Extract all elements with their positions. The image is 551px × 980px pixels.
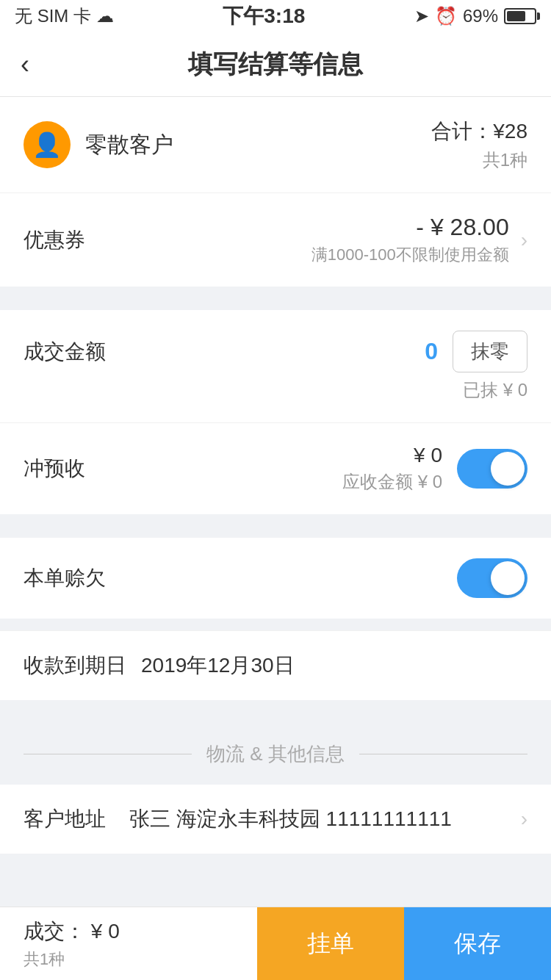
due-date-row: 收款到期日 2019年12月30日 — [0, 630, 551, 700]
debt-section: 本单赊欠 — [0, 538, 551, 619]
divider-2 — [0, 526, 551, 538]
customer-left: 👤 零散客户 — [24, 121, 173, 168]
address-chevron-icon: › — [521, 807, 527, 831]
customer-name: 零散客户 — [85, 130, 173, 160]
logistics-line-right — [359, 754, 527, 754]
due-date-content: 收款到期日 2019年12月30日 — [24, 652, 527, 680]
address-section[interactable]: 客户地址 张三 海淀永丰科技园 11111111111 › — [0, 785, 551, 854]
logistics-header: 物流 & 其他信息 — [0, 724, 551, 785]
customer-section: 👤 零散客户 合计：¥28 共1种 优惠券 - ¥ 28.00 满1000-10… — [0, 97, 551, 287]
coupon-right: - ¥ 28.00 满1000-100不限制使用金额 › — [311, 214, 527, 266]
coupon-label: 优惠券 — [24, 226, 85, 254]
status-right: ➤ ⏰ 69% — [414, 6, 536, 26]
transaction-row: 成交金额 0 抹零 已抹 ¥ 0 — [0, 310, 551, 422]
page-title: 填写结算等信息 — [188, 48, 363, 82]
prepay-amount: ¥ 0 — [342, 444, 442, 467]
toggle-knob — [491, 452, 525, 486]
bottom-summary-main: 成交： ¥ 0 — [24, 918, 257, 945]
hold-button[interactable]: 挂单 — [257, 907, 404, 980]
content: 👤 零散客户 合计：¥28 共1种 优惠券 - ¥ 28.00 满1000-10… — [0, 97, 551, 942]
transaction-sub: 已抹 ¥ 0 — [24, 378, 527, 402]
customer-right: 合计：¥28 共1种 — [431, 118, 527, 172]
transaction-main-row: 成交金额 0 抹零 — [24, 331, 527, 372]
save-button[interactable]: 保存 — [404, 907, 551, 980]
total-amount: 合计：¥28 — [431, 118, 527, 145]
prepay-right: ¥ 0 应收金额 ¥ 0 — [342, 444, 527, 494]
transaction-right: 0 抹零 — [425, 331, 527, 372]
coupon-value-block: - ¥ 28.00 满1000-100不限制使用金额 — [311, 214, 509, 266]
transaction-value: 0 — [425, 338, 438, 365]
avatar-icon: 👤 — [32, 131, 62, 159]
back-button[interactable]: ‹ — [21, 49, 29, 80]
avatar: 👤 — [24, 121, 71, 168]
due-date-value: 2019年12月30日 — [141, 652, 295, 680]
battery-text: 69% — [463, 6, 498, 26]
bottom-summary-sub: 共1种 — [24, 948, 257, 970]
address-label: 客户地址 — [24, 805, 106, 833]
address-value: 张三 海淀永丰科技园 11111111111 — [129, 805, 521, 833]
prepay-value-block: ¥ 0 应收金额 ¥ 0 — [342, 444, 442, 494]
alarm-icon: ⏰ — [435, 6, 457, 26]
round-button[interactable]: 抹零 — [453, 331, 527, 372]
logistics-line-left — [24, 754, 192, 754]
hold-button-label: 挂单 — [307, 928, 354, 960]
location-icon: ➤ — [414, 6, 429, 26]
status-time: 下午3:18 — [223, 2, 305, 30]
bottom-bar: 成交： ¥ 0 共1种 挂单 保存 — [0, 907, 551, 980]
status-bar: 无 SIM 卡 ☁ 下午3:18 ➤ ⏰ 69% — [0, 0, 551, 32]
prepay-sub: 应收金额 ¥ 0 — [342, 470, 442, 494]
prepay-label: 冲预收 — [24, 455, 85, 483]
total-count: 共1种 — [431, 148, 527, 172]
transaction-section: 成交金额 0 抹零 已抹 ¥ 0 冲预收 ¥ 0 应收金额 ¥ 0 — [0, 310, 551, 514]
prepay-main-row: 冲预收 ¥ 0 应收金额 ¥ 0 — [24, 444, 527, 494]
chevron-right-icon: › — [521, 228, 527, 252]
status-left: 无 SIM 卡 ☁ — [15, 4, 114, 28]
coupon-amount: - ¥ 28.00 — [311, 214, 509, 241]
due-date-section: 收款到期日 2019年12月30日 — [0, 630, 551, 700]
debt-toggle[interactable] — [457, 558, 527, 598]
coupon-row[interactable]: 优惠券 - ¥ 28.00 满1000-100不限制使用金额 › — [0, 192, 551, 287]
transaction-label: 成交金额 — [24, 338, 106, 366]
prepay-row: 冲预收 ¥ 0 应收金额 ¥ 0 — [0, 422, 551, 514]
customer-row: 👤 零散客户 合计：¥28 共1种 — [0, 97, 551, 192]
prepay-toggle[interactable] — [457, 449, 527, 489]
bottom-summary: 成交： ¥ 0 共1种 — [0, 907, 257, 980]
nav-bar: ‹ 填写结算等信息 — [0, 32, 551, 97]
logistics-text: 物流 & 其他信息 — [192, 741, 359, 767]
coupon-desc: 满1000-100不限制使用金额 — [311, 244, 509, 266]
debt-label: 本单赊欠 — [24, 564, 106, 592]
due-date-label: 收款到期日 — [24, 652, 126, 680]
toggle-knob-debt — [491, 561, 525, 595]
sim-text: 无 SIM 卡 ☁ — [15, 4, 114, 28]
divider-3 — [0, 712, 551, 724]
save-button-label: 保存 — [454, 928, 501, 960]
divider-1 — [0, 298, 551, 310]
battery-icon — [504, 8, 536, 24]
